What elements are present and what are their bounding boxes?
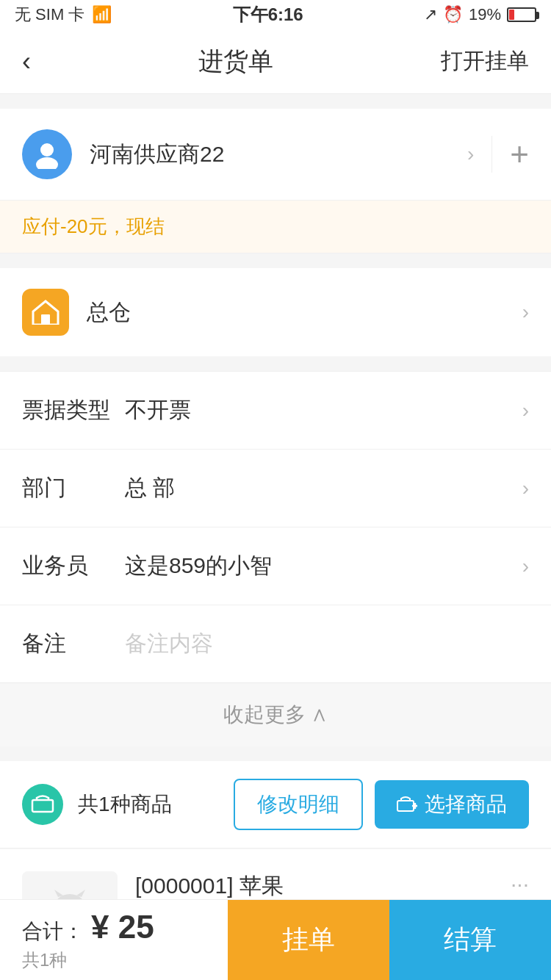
department-value: 总 部 xyxy=(125,473,522,503)
svg-rect-5 xyxy=(397,801,414,811)
product-name: [0000001] 苹果 xyxy=(135,871,503,901)
product-title: 苹果 xyxy=(240,873,284,898)
add-supplier-button[interactable]: + xyxy=(510,138,529,170)
cart-plus-icon xyxy=(397,796,417,813)
home-icon xyxy=(32,300,60,325)
status-time: 下午6:16 xyxy=(233,3,303,26)
warehouse-row[interactable]: 总仓 › xyxy=(0,268,551,356)
salesperson-value: 这是859的小智 xyxy=(125,551,522,581)
invoice-label: 票据类型 xyxy=(22,395,125,425)
warehouse-label: 总仓 xyxy=(87,298,131,328)
svg-rect-3 xyxy=(41,314,50,325)
warehouse-icon xyxy=(22,289,69,336)
invoice-chevron-icon: › xyxy=(522,399,529,422)
battery-icon xyxy=(507,7,536,22)
product-header: 共1种商品 修改明细 选择商品 xyxy=(0,761,551,849)
invoice-row[interactable]: 票据类型 不开票 › xyxy=(0,371,551,449)
svg-point-0 xyxy=(40,143,54,156)
salesperson-row[interactable]: 业务员 这是859的小智 › xyxy=(0,527,551,605)
nav-bar: ‹ 进货单 打开挂单 xyxy=(0,29,551,94)
open-hang-button[interactable]: 打开挂单 xyxy=(441,46,529,76)
chevron-right-icon: › xyxy=(467,143,474,166)
note-label: 备注 xyxy=(22,629,125,659)
warehouse-section: 总仓 › xyxy=(0,268,551,356)
svg-point-1 xyxy=(36,157,58,169)
battery-percent: 19% xyxy=(469,5,501,24)
notice-bar: 应付-20元，现结 xyxy=(0,201,551,253)
department-chevron-icon: › xyxy=(522,477,529,500)
note-placeholder: 备注内容 xyxy=(125,629,529,659)
note-row[interactable]: 备注 备注内容 xyxy=(0,605,551,682)
wifi-icon: 📶 xyxy=(92,5,112,24)
supplier-section: 河南供应商22 › + 应付-20元，现结 xyxy=(0,109,551,253)
page-title: 进货单 xyxy=(198,45,273,79)
nav-icon: ↗ xyxy=(424,5,437,24)
department-row[interactable]: 部门 总 部 › xyxy=(0,449,551,527)
collapse-label: 收起更多 ∧ xyxy=(223,703,328,726)
supplier-avatar xyxy=(22,129,72,179)
svg-rect-4 xyxy=(32,800,53,812)
carrier-text: 无 SIM 卡 xyxy=(15,4,84,26)
back-button[interactable]: ‹ xyxy=(22,46,31,77)
settle-label: 结算 xyxy=(444,922,497,958)
svg-marker-16 xyxy=(76,890,85,897)
invoice-value: 不开票 xyxy=(125,395,522,425)
supplier-name: 河南供应商22 xyxy=(90,140,460,170)
more-options-button[interactable]: ··· xyxy=(511,871,529,896)
total-label: 合计： xyxy=(22,918,84,945)
product-code: [0000001] xyxy=(135,873,233,898)
hang-label: 挂单 xyxy=(282,922,335,958)
svg-marker-15 xyxy=(54,890,63,897)
collapse-button[interactable]: 收起更多 ∧ xyxy=(0,682,551,746)
product-count-text: 共1种商品 xyxy=(78,790,234,818)
notice-text: 应付-20元，现结 xyxy=(22,215,165,237)
status-left: 无 SIM 卡 📶 xyxy=(15,4,112,26)
select-product-button[interactable]: 选择商品 xyxy=(375,780,529,829)
salesperson-label: 业务员 xyxy=(22,551,125,581)
bottom-bar: 合计： ¥ 25 共1种 挂单 结算 xyxy=(0,899,551,980)
status-bar: 无 SIM 卡 📶 下午6:16 ↗ ⏰ 19% xyxy=(0,0,551,29)
supplier-row[interactable]: 河南供应商22 › + xyxy=(0,109,551,201)
select-product-label: 选择商品 xyxy=(425,790,507,818)
hang-button[interactable]: 挂单 xyxy=(228,900,389,980)
status-right: ↗ ⏰ 19% xyxy=(424,5,536,24)
product-count-icon xyxy=(22,784,63,825)
form-section: 票据类型 不开票 › 部门 总 部 › 业务员 这是859的小智 › 备注 备注… xyxy=(0,371,551,746)
total-area: 合计： ¥ 25 共1种 xyxy=(0,900,228,980)
settle-button[interactable]: 结算 xyxy=(389,900,551,980)
total-count: 共1种 xyxy=(22,948,206,972)
total-amount: ¥ 25 xyxy=(91,909,154,945)
vertical-divider xyxy=(491,136,492,173)
department-label: 部门 xyxy=(22,473,125,503)
person-icon xyxy=(32,140,62,169)
warehouse-chevron-icon: › xyxy=(522,300,529,324)
edit-detail-button[interactable]: 修改明细 xyxy=(234,779,363,830)
cart-icon xyxy=(31,794,54,815)
alarm-icon: ⏰ xyxy=(443,5,463,24)
salesperson-chevron-icon: › xyxy=(522,555,529,578)
